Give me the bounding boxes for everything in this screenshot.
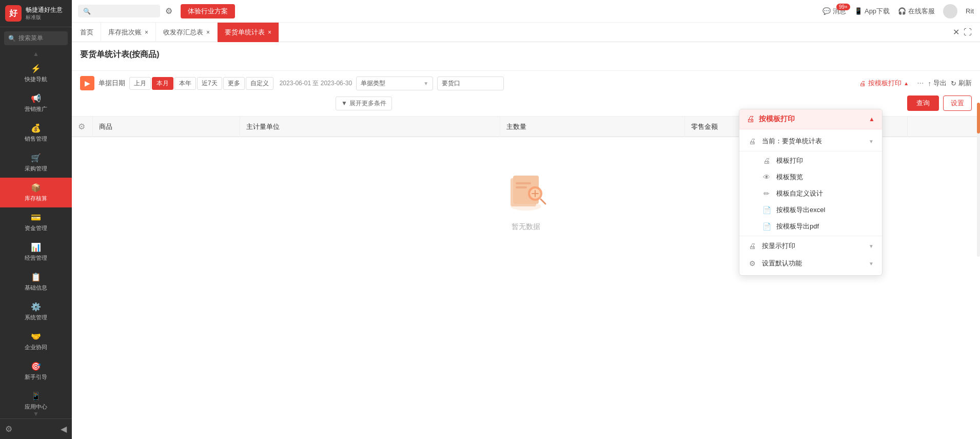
username[interactable]: Rit [966, 7, 974, 15]
app-logo-icon: 好 [5, 5, 22, 22]
tab-inventory-batch[interactable]: 库存批次账 × [101, 23, 156, 42]
sidebar-item-operations[interactable]: 📊 经营管理 [0, 237, 72, 267]
col-product-label: 商品 [99, 123, 112, 130]
tab-receivable-summary[interactable]: 收发存汇总表 × [156, 23, 218, 42]
display-print-label: 按显示打印 [762, 241, 864, 251]
sidebar-item-label: 新手引导 [25, 373, 47, 381]
print-arrow-icon: ▲ [904, 81, 909, 86]
print-template-button[interactable]: 🖨 按模板打印 ▲ [855, 77, 913, 90]
sidebar-item-basic[interactable]: 📋 基础信息 [0, 267, 72, 297]
window-controls: ✕ ⛶ [953, 27, 975, 37]
window-close-icon[interactable]: ✕ [953, 27, 959, 37]
query-button[interactable]: 查询 [907, 96, 939, 111]
sidebar-item-system[interactable]: ⚙️ 系统管理 [0, 297, 72, 327]
message-button[interactable]: 💬 消息 99+ [822, 7, 846, 16]
right-scrollbar-thumb [977, 103, 980, 133]
sidebar-item-fund[interactable]: 💳 资金管理 [0, 207, 72, 237]
tab-home[interactable]: 首页 [77, 23, 101, 42]
sidebar-item-purchase[interactable]: 🛒 采购管理 [0, 148, 72, 178]
svg-rect-4 [516, 186, 527, 188]
date-filter-label: 单据日期 [99, 79, 125, 88]
settings-button[interactable]: 设置 [943, 96, 972, 111]
settings-icon[interactable]: ⚙ [5, 424, 12, 434]
sidebar-item-enterprise[interactable]: 🤝 企业协同 [0, 327, 72, 356]
sidebar-logo: 好 畅捷通好生意 标准版 [0, 0, 72, 27]
date-btn-more[interactable]: 更多 [223, 77, 245, 90]
date-btn-custom[interactable]: 自定义 [246, 77, 273, 90]
sidebar-scroll-up[interactable]: ▲ [0, 49, 72, 59]
export-button[interactable]: ↑ 导出 [928, 79, 947, 88]
dropdown-item-display-print[interactable]: 🖨 按显示打印 ▼ [739, 237, 882, 255]
dropdown-item-template-preview[interactable]: 👁 模板预览 [739, 169, 882, 185]
dropdown-item-export-pdf[interactable]: 📄 按模板导出pdf [739, 218, 882, 235]
dropdown-item-set-default[interactable]: ⚙ 设置默认功能 ▼ [739, 255, 882, 272]
current-template-item[interactable]: 🖨 当前：要货单统计表 ▼ [739, 132, 882, 150]
dropdown-item-export-excel[interactable]: 📄 按模板导出excel [739, 202, 882, 218]
tab-inventory-batch-close[interactable]: × [145, 29, 148, 36]
sidebar-item-inventory[interactable]: 📦 库存核算 [0, 178, 72, 207]
collapse-icon[interactable]: ◀ [61, 424, 67, 434]
col-unit-header: 主计量单位 [240, 117, 500, 137]
sidebar-scroll-down[interactable]: ▼ [0, 409, 72, 418]
set-default-icon: ⚙ [748, 259, 757, 268]
sidebar-search[interactable]: 🔍 搜索菜单 [4, 31, 68, 45]
tab-home-label: 首页 [80, 28, 93, 37]
more-options-icon[interactable]: ··· [917, 79, 924, 88]
tab-receivable-summary-close[interactable]: × [206, 29, 210, 36]
sidebar-bottom: ⚙ ◀ [0, 418, 72, 439]
date-buttons: 上月 本月 本年 近7天 更多 自定义 [129, 77, 273, 90]
page-content: 要货单统计表(按商品) ▶ 单据日期 上月 本月 本年 近7天 更多 自定义 2… [72, 42, 980, 439]
sidebar-item-marketing[interactable]: 📢 营销推广 [0, 88, 72, 118]
date-btn-7days[interactable]: 近7天 [197, 77, 222, 90]
date-btn-this-month[interactable]: 本月 [152, 77, 173, 90]
sidebar-item-label: 资金管理 [25, 224, 47, 232]
dropdown-item-template-print[interactable]: 🖨 模板打印 [739, 152, 882, 169]
yaohuo-filter[interactable]: 要货口 [437, 77, 504, 90]
refresh-label: 刷新 [958, 79, 972, 88]
date-btn-this-year[interactable]: 本年 [174, 77, 196, 90]
topbar-gear-icon[interactable]: ⚙ [165, 6, 172, 16]
expand-more-label: 展开更多条件 [349, 99, 386, 108]
set-default-arrow-icon: ▼ [869, 261, 874, 266]
sidebar-item-label: 库存核算 [25, 195, 47, 202]
topbar: 🔍 ⚙ 体验行业方案 💬 消息 99+ 📱 App下载 🎧 在线客服 Rit [72, 0, 980, 23]
user-avatar[interactable] [943, 4, 957, 18]
col-extra-header [908, 117, 980, 137]
purchase-icon: 🛒 [31, 153, 41, 163]
template-print-label: 模板打印 [776, 156, 803, 165]
sidebar-item-guide[interactable]: 🎯 新手引导 [0, 356, 72, 386]
print-dropdown-collapse-icon[interactable]: ▲ [869, 116, 875, 123]
tabbar: 首页 库存批次账 × 收发存汇总表 × 要货单统计表 × ✕ ⛶ [72, 23, 980, 42]
right-scrollbar[interactable] [977, 103, 980, 257]
expand-more-button[interactable]: ▼ 展开更多条件 [336, 97, 392, 110]
sidebar-item-apps[interactable]: 📱 应用中心 [0, 386, 72, 409]
app-download-button[interactable]: 📱 App下载 [854, 7, 890, 16]
date-btn-last-month[interactable]: 上月 [129, 77, 151, 90]
col-settings-header[interactable]: ⚙ [72, 117, 92, 137]
expand-arrow-icon: ▶ [85, 79, 90, 87]
online-service-button[interactable]: 🎧 在线客服 [898, 7, 935, 16]
trial-button[interactable]: 体验行业方案 [181, 4, 235, 18]
topbar-search-text [93, 7, 118, 15]
sidebar-item-quick-nav[interactable]: ⚡ 快捷导航 [0, 59, 72, 88]
tab-order-stats[interactable]: 要货单统计表 × [218, 23, 279, 42]
main-area: 🔍 ⚙ 体验行业方案 💬 消息 99+ 📱 App下载 🎧 在线客服 Rit [72, 0, 980, 439]
app-name-block: 畅捷通好生意 标准版 [26, 6, 63, 22]
svg-line-7 [541, 199, 545, 204]
window-maximize-icon[interactable]: ⛶ [964, 28, 972, 37]
sidebar-item-sales[interactable]: 💰 销售管理 [0, 118, 72, 148]
tab-order-stats-close[interactable]: × [268, 29, 271, 36]
filter-expand-button[interactable]: ▶ [80, 76, 94, 90]
topbar-search[interactable]: 🔍 [78, 5, 160, 17]
dropdown-item-template-custom[interactable]: ✏ 模板自定义设计 [739, 185, 882, 202]
table-settings-icon[interactable]: ⚙ [78, 122, 85, 131]
print-icon: 🖨 [859, 80, 866, 87]
guide-icon: 🎯 [31, 361, 41, 371]
col-qty-label: 主数量 [506, 123, 526, 130]
sidebar-item-label: 快捷导航 [25, 75, 47, 83]
topbar-search-icon: 🔍 [83, 8, 91, 15]
order-type-select[interactable]: 单据类型 ▼ [356, 77, 433, 90]
order-type-chevron-icon: ▼ [423, 81, 428, 86]
refresh-button[interactable]: ↻ 刷新 [951, 79, 972, 88]
template-custom-icon: ✏ [762, 189, 771, 198]
